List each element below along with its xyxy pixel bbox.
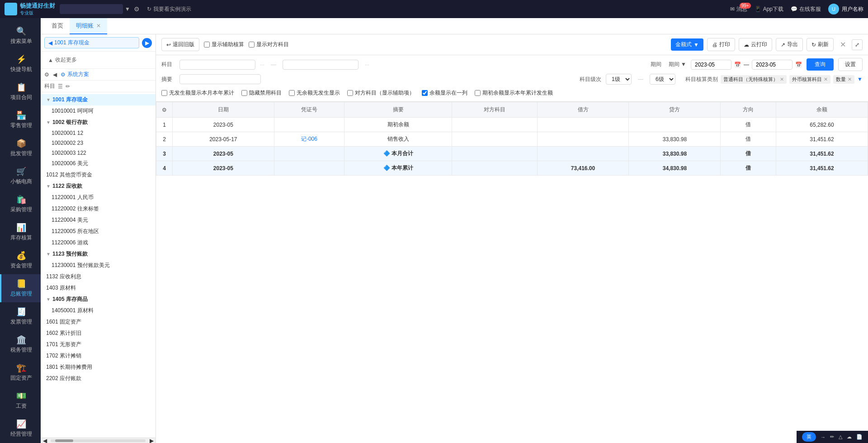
search-dropdown-icon[interactable]: ▼: [125, 6, 130, 12]
tab-home[interactable]: 首页: [45, 18, 70, 34]
cb-balance-one-col-input[interactable]: [422, 90, 428, 96]
app-download-button[interactable]: 📱 App下载: [755, 5, 783, 13]
horizontal-scrollbar[interactable]: ◀ ▶: [41, 438, 156, 443]
collapse-icon-btn[interactable]: ◀: [53, 71, 57, 78]
sidebar-item-wholesale[interactable]: 📦 批发管理: [0, 134, 41, 162]
demo-link[interactable]: ↻ 我要看实例演示: [147, 5, 191, 13]
account-item-10010001[interactable]: 10010001 呵呵呵: [41, 105, 156, 117]
tab-detail[interactable]: 明细账 ✕: [70, 18, 107, 34]
period-end-input[interactable]: [752, 60, 793, 70]
voucher-link[interactable]: 记-006: [301, 136, 317, 142]
account-item-1701[interactable]: 1701 无形资产: [41, 339, 156, 350]
scroll-right-btn[interactable]: ▶: [147, 438, 156, 443]
cb-no-occur[interactable]: 无发生额显示本月本年累计: [161, 89, 234, 97]
cb-opening-bal-input[interactable]: [475, 90, 481, 96]
status-doc-icon[interactable]: 📄: [856, 434, 863, 440]
qty-dropdown[interactable]: ▼: [857, 76, 863, 82]
summary-input[interactable]: [179, 74, 261, 84]
tab-close-icon[interactable]: ✕: [96, 23, 101, 29]
account-item-1012[interactable]: 1012 其他货币资金: [41, 169, 156, 181]
scroll-left-btn[interactable]: ◀: [41, 438, 49, 443]
account-item-10020003[interactable]: 10020003 122: [41, 148, 156, 158]
cb-opening-bal[interactable]: 期初余额显示本年累计发生额: [475, 89, 553, 97]
filter-icon-btn[interactable]: ⚙: [44, 71, 49, 78]
status-edit-icon[interactable]: ✏: [830, 434, 834, 440]
account-nav-arrow[interactable]: ▶: [142, 38, 152, 48]
account-item-10020006[interactable]: 10020006 美元: [41, 158, 156, 169]
account-item-11220004[interactable]: 11220004 美元: [41, 214, 156, 226]
account-item-1602[interactable]: 1602 累计折旧: [41, 328, 156, 339]
sidebar-item-capital[interactable]: 💰 资金管理: [0, 246, 41, 274]
toolbar-list-icon[interactable]: ☰: [58, 83, 63, 90]
sidebar-item-invoice[interactable]: 🧾 发票管理: [0, 302, 41, 330]
account-item-2202[interactable]: 2202 应付账款: [41, 373, 156, 384]
account-item-11220006[interactable]: 11220006 游戏: [41, 237, 156, 248]
account-item-1122[interactable]: ▼ 1122 应收款: [41, 181, 156, 192]
account-item-1132[interactable]: 1132 应收利息: [41, 271, 156, 282]
expand-panel-button[interactable]: ⤢: [852, 39, 863, 50]
sidebar-item-project[interactable]: 📋 项目合同: [0, 78, 41, 106]
tag-quantity-close[interactable]: ✕: [848, 76, 852, 82]
period-dropdown[interactable]: 期间 ▼: [669, 61, 686, 68]
online-service-button[interactable]: 💬 在线客服: [791, 5, 821, 13]
account-item-11230001[interactable]: 11230001 预付账款美元: [41, 260, 156, 271]
user-info[interactable]: U 用户名称: [828, 4, 863, 14]
account-item-1403[interactable]: 1403 原材料: [41, 282, 156, 294]
toolbar-edit-icon[interactable]: ✏: [66, 83, 70, 90]
setting-button[interactable]: 设置: [838, 58, 863, 71]
level-to-select[interactable]: 6级 5级: [650, 74, 675, 85]
message-button[interactable]: ✉ 消息 99+: [730, 5, 747, 13]
sidebar-item-purchase[interactable]: 🛍️ 采购管理: [0, 190, 41, 218]
account-item-1801[interactable]: 1801 长期待摊费用: [41, 362, 156, 373]
status-triangle-icon[interactable]: △: [839, 434, 842, 440]
top-search-input[interactable]: [60, 4, 123, 14]
close-panel-button[interactable]: ✕: [837, 39, 848, 50]
print-button[interactable]: 🖨 打印: [707, 38, 735, 51]
back-old-version-button[interactable]: ↩ 退回旧版: [161, 38, 199, 51]
scheme-tag[interactable]: ⚙ 系统方案: [61, 71, 89, 78]
sidebar-item-ledger[interactable]: 📒 总账管理: [0, 274, 41, 302]
settings-icon[interactable]: ⚙: [134, 5, 140, 13]
cb-no-occur-input[interactable]: [161, 90, 167, 96]
subject-input2[interactable]: [283, 60, 359, 70]
refresh-button[interactable]: ↻ 刷新: [807, 38, 834, 51]
show-contra-input[interactable]: [249, 42, 255, 48]
sidebar-item-inventory[interactable]: 📊 库存核算: [0, 218, 41, 246]
table-settings-col[interactable]: ⚙: [156, 102, 173, 118]
level-from-select[interactable]: 1级 2级: [606, 74, 632, 85]
cb-balance-one-col[interactable]: 余额显示在一列: [422, 89, 467, 97]
period-calendar-start[interactable]: 📅: [734, 62, 741, 68]
amount-format-button[interactable]: 金额式 ▼: [671, 38, 703, 51]
cb-hide-disabled-input[interactable]: [241, 90, 247, 96]
sidebar-item-salary[interactable]: 💵 工资: [0, 386, 41, 414]
account-item-10020002[interactable]: 10020002 23: [41, 138, 156, 148]
status-cloud-icon[interactable]: ☁: [847, 434, 852, 440]
tag-normal-close[interactable]: ✕: [780, 76, 784, 82]
cb-contra-input[interactable]: [347, 90, 353, 96]
cb-hide-disabled[interactable]: 隐藏禁用科目: [241, 89, 282, 97]
show-aux-input[interactable]: [204, 42, 210, 48]
lang-switch-button[interactable]: 英: [802, 432, 816, 442]
period-calendar-end[interactable]: 📅: [795, 62, 802, 68]
account-item-11220001[interactable]: 11220001 人民币: [41, 192, 156, 203]
sidebar-item-operations[interactable]: 📈 经营管理: [0, 414, 41, 443]
account-item-1601[interactable]: 1601 固定资产: [41, 316, 156, 328]
show-aux-checkbox[interactable]: 显示辅助核算: [204, 41, 244, 48]
cb-no-balance-input[interactable]: [289, 90, 295, 96]
export-button[interactable]: ↗ 导出: [776, 38, 803, 51]
sidebar-item-nav[interactable]: ⚡ 快捷导航: [0, 50, 41, 78]
account-item-1702[interactable]: 1702 累计摊销: [41, 350, 156, 362]
account-item-14050001[interactable]: 14050001 原材料: [41, 305, 156, 316]
tag-foreign-close[interactable]: ✕: [824, 76, 828, 82]
sidebar-item-retail[interactable]: 🏪 零售管理: [0, 106, 41, 134]
account-item-10020001[interactable]: 10020001 12: [41, 128, 156, 138]
sidebar-item-search[interactable]: 🔍 搜索菜单: [0, 22, 41, 50]
sidebar-item-assets[interactable]: 🏗️ 固定资产: [0, 358, 41, 386]
scrollbar-track[interactable]: [51, 439, 146, 442]
show-contra-checkbox[interactable]: 显示对方科目: [249, 41, 289, 48]
account-item-11220005[interactable]: 11220005 所在地区: [41, 226, 156, 237]
account-item-1405[interactable]: ▼ 1405 库存商品: [41, 294, 156, 305]
subject-input[interactable]: [179, 60, 255, 70]
account-item-1123[interactable]: ▼ 1123 预付账款: [41, 248, 156, 260]
expand-more-button[interactable]: ▲ 收起更多: [44, 54, 80, 66]
